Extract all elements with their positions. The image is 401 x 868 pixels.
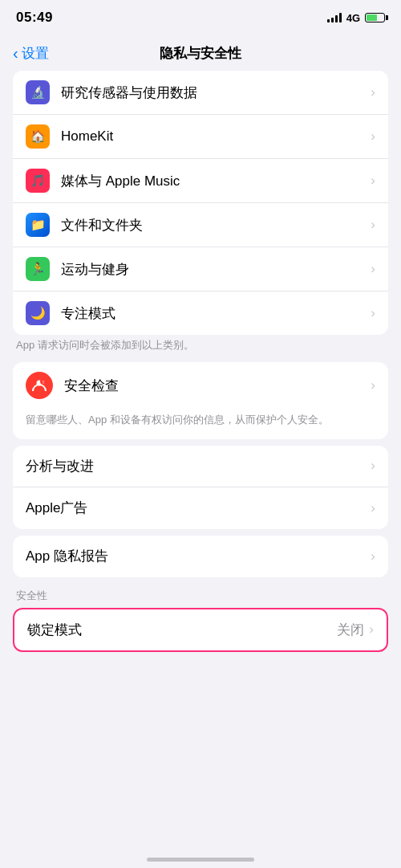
list-item-files[interactable]: 📁 文件和文件夹 › (13, 203, 388, 247)
chevron-right-icon: › (371, 458, 375, 474)
home-indicator (147, 858, 254, 862)
svg-text:!: ! (43, 380, 44, 385)
back-chevron-icon: ‹ (13, 45, 18, 61)
chevron-right-icon: › (371, 305, 375, 321)
fitness-label: 运动与健身 (61, 260, 364, 279)
security-check-label: 安全检查 (64, 377, 364, 395)
lockdown-mode-value: 关闭 › (337, 621, 374, 639)
research-label: 研究传感器与使用数据 (61, 84, 364, 102)
analysis-label: 分析与改进 (26, 457, 364, 475)
focus-icon: 🌙 (26, 301, 50, 325)
permission-note: App 请求访问时会被添加到以上类别。 (13, 338, 388, 352)
person-icon: ! (31, 377, 47, 393)
security-check-card: ! 安全检查 › 留意哪些人、App 和设备有权访问你的信息，从而保护个人安全。 (13, 362, 388, 439)
permissions-card: 🔬 研究传感器与使用数据 › 🏠 HomeKit › 🎵 媒体与 Apple M… (13, 71, 388, 335)
network-label: 4G (346, 12, 360, 24)
signal-icon (327, 13, 342, 22)
status-time: 05:49 (16, 10, 53, 26)
media-label: 媒体与 Apple Music (61, 172, 364, 190)
status-icons: 4G (327, 12, 385, 24)
homekit-icon: 🏠 (26, 124, 50, 149)
files-label: 文件和文件夹 (61, 216, 364, 234)
chevron-right-icon: › (371, 217, 375, 233)
lockdown-card: 锁定模式 关闭 › (13, 608, 388, 652)
security-check-note: 留意哪些人、App 和设备有权访问你的信息，从而保护个人安全。 (13, 409, 388, 439)
chevron-right-icon: › (371, 128, 375, 145)
apple-ads-label: Apple广告 (26, 499, 364, 517)
lockdown-mode-item[interactable]: 锁定模式 关闭 › (14, 609, 387, 650)
chevron-right-icon: › (371, 261, 375, 277)
lockdown-mode-label: 锁定模式 (27, 621, 82, 639)
list-item-privacy-report[interactable]: App 隐私报告 › (13, 536, 388, 577)
list-item-analysis[interactable]: 分析与改进 › (13, 446, 388, 487)
security-check-icon: ! (26, 372, 53, 399)
list-item-research[interactable]: 🔬 研究传感器与使用数据 › (13, 71, 388, 115)
homekit-label: HomeKit (61, 128, 364, 145)
files-icon: 📁 (26, 213, 50, 237)
list-item-media[interactable]: 🎵 媒体与 Apple Music › (13, 159, 388, 203)
list-item-fitness[interactable]: 🏃 运动与健身 › (13, 247, 388, 291)
list-item-homekit[interactable]: 🏠 HomeKit › (13, 115, 388, 159)
nav-bar: ‹ 设置 隐私与安全性 (0, 35, 401, 71)
chevron-right-icon: › (371, 500, 375, 516)
privacy-report-card: App 隐私报告 › (13, 536, 388, 577)
chevron-right-icon: › (371, 84, 375, 100)
lockdown-mode-status: 关闭 (337, 621, 364, 639)
status-bar: 05:49 4G (0, 0, 401, 35)
focus-label: 专注模式 (61, 304, 364, 323)
analysis-card: 分析与改进 › Apple广告 › (13, 446, 388, 529)
lockdown-chevron-icon: › (369, 621, 374, 638)
research-icon: 🔬 (26, 80, 50, 104)
security-check-item[interactable]: ! 安全检查 › (13, 362, 388, 409)
content-area: 🔬 研究传感器与使用数据 › 🏠 HomeKit › 🎵 媒体与 Apple M… (0, 71, 401, 652)
list-item-focus[interactable]: 🌙 专注模式 › (13, 291, 388, 335)
chevron-right-icon: › (371, 173, 375, 189)
battery-icon (365, 13, 385, 22)
list-item-apple-ads[interactable]: Apple广告 › (13, 487, 388, 529)
fitness-icon: 🏃 (26, 257, 50, 281)
lockdown-section-label: 安全性 (13, 584, 388, 608)
media-icon: 🎵 (26, 169, 50, 193)
page-title: 隐私与安全性 (160, 44, 241, 63)
back-label: 设置 (22, 44, 49, 63)
back-button[interactable]: ‹ 设置 (13, 44, 49, 63)
chevron-right-icon: › (371, 548, 375, 564)
privacy-report-label: App 隐私报告 (26, 547, 364, 565)
chevron-right-icon: › (371, 377, 375, 393)
